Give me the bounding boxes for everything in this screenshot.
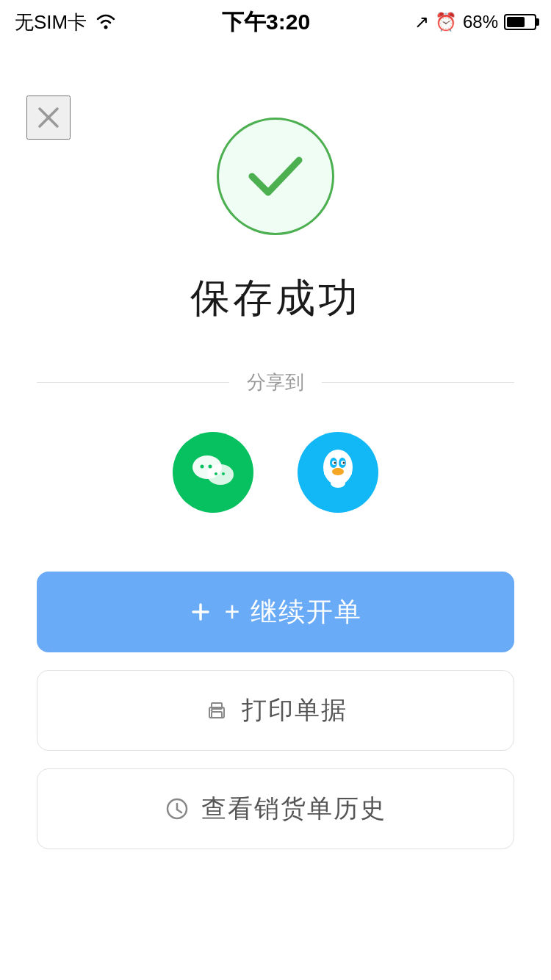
qq-share-button[interactable] (298, 432, 378, 513)
success-title: 保存成功 (190, 272, 361, 325)
share-label: 分享到 (229, 370, 322, 395)
svg-point-8 (222, 472, 225, 475)
wechat-share-button[interactable] (173, 432, 253, 513)
wechat-logo-icon (190, 453, 237, 492)
share-icons (173, 432, 378, 513)
divider-left (37, 382, 229, 383)
plus-icon (189, 600, 212, 624)
battery-bar (504, 14, 536, 30)
svg-point-0 (104, 26, 108, 29)
status-bar: 无SIM卡 下午3:20 ↗ ⏰ 68% (0, 0, 551, 44)
svg-point-5 (201, 465, 204, 469)
status-left: 无SIM卡 (15, 10, 118, 35)
battery-pct: 68% (463, 12, 498, 32)
success-circle (217, 118, 334, 235)
svg-line-28 (177, 810, 181, 813)
history-label: 查看销货单历史 (201, 792, 386, 826)
status-time: 下午3:20 (222, 7, 310, 37)
share-divider: 分享到 (0, 370, 551, 395)
svg-point-19 (331, 479, 345, 488)
print-icon (204, 697, 230, 724)
svg-rect-24 (212, 712, 222, 718)
svg-point-17 (343, 462, 345, 464)
qq-logo-icon (316, 447, 360, 498)
location-icon: ↗ (414, 12, 429, 32)
carrier-label: 无SIM卡 (15, 10, 87, 35)
svg-point-18 (332, 468, 344, 475)
svg-point-16 (334, 462, 336, 464)
buttons-container: + 继续开单 打印单据 查看销货单历史 (0, 572, 551, 849)
history-button[interactable]: 查看销货单历史 (37, 768, 514, 849)
close-icon (35, 104, 62, 131)
divider-right (322, 382, 514, 383)
continue-label: + 继续开单 (224, 594, 361, 630)
status-right: ↗ ⏰ 68% (414, 12, 536, 32)
alarm-icon: ⏰ (435, 12, 457, 32)
svg-point-6 (209, 465, 212, 469)
main-content: 保存成功 分享到 (0, 44, 551, 980)
wifi-icon (94, 13, 118, 31)
continue-button[interactable]: + 继续开单 (37, 572, 514, 652)
print-label: 打印单据 (242, 693, 347, 727)
print-button[interactable]: 打印单据 (37, 670, 514, 751)
close-button[interactable] (26, 96, 71, 140)
svg-point-7 (215, 472, 217, 475)
svg-point-25 (211, 710, 213, 712)
checkmark-icon (246, 153, 305, 200)
history-icon (165, 796, 190, 821)
battery-fill (507, 17, 525, 27)
